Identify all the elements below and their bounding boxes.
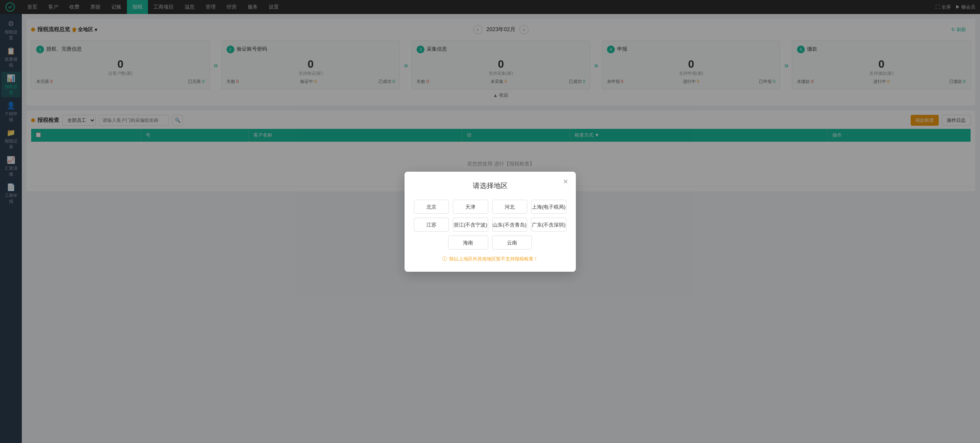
warning-icon: ⓘ: [442, 256, 447, 262]
region-btn-guangdong[interactable]: 广东(不含深圳): [531, 218, 567, 232]
region-grid-row3: 海南 云南: [448, 236, 532, 250]
region-grid-row1: 北京 天津 河北 上海(电子税局): [414, 200, 567, 214]
region-btn-shandong[interactable]: 山东(不含青岛): [492, 218, 528, 232]
modal-overlay[interactable]: ✕ 请选择地区 北京 天津 河北 上海(电子税局) 江苏 浙江(不含宁波) 山东…: [0, 0, 980, 443]
region-grid-row2: 江苏 浙江(不含宁波) 山东(不含青岛) 广东(不含深圳): [414, 218, 567, 232]
region-btn-tianjin[interactable]: 天津: [453, 200, 488, 214]
modal-warning-text: 除以上地区外其他地区暂不支持报税检查！: [449, 256, 538, 262]
region-btn-hainan[interactable]: 海南: [448, 236, 488, 250]
region-btn-jiangsu[interactable]: 江苏: [414, 218, 449, 232]
region-select-modal: ✕ 请选择地区 北京 天津 河北 上海(电子税局) 江苏 浙江(不含宁波) 山东…: [405, 172, 576, 272]
region-btn-beijing[interactable]: 北京: [414, 200, 449, 214]
region-btn-zhejiang[interactable]: 浙江(不含宁波): [453, 218, 488, 232]
region-btn-hebei[interactable]: 河北: [492, 200, 528, 214]
region-btn-shanghai[interactable]: 上海(电子税局): [531, 200, 567, 214]
modal-warning: ⓘ 除以上地区外其他地区暂不支持报税检查！: [414, 256, 567, 262]
modal-title: 请选择地区: [414, 181, 567, 190]
region-btn-yunnan[interactable]: 云南: [492, 236, 532, 250]
modal-close-btn[interactable]: ✕: [562, 178, 570, 186]
